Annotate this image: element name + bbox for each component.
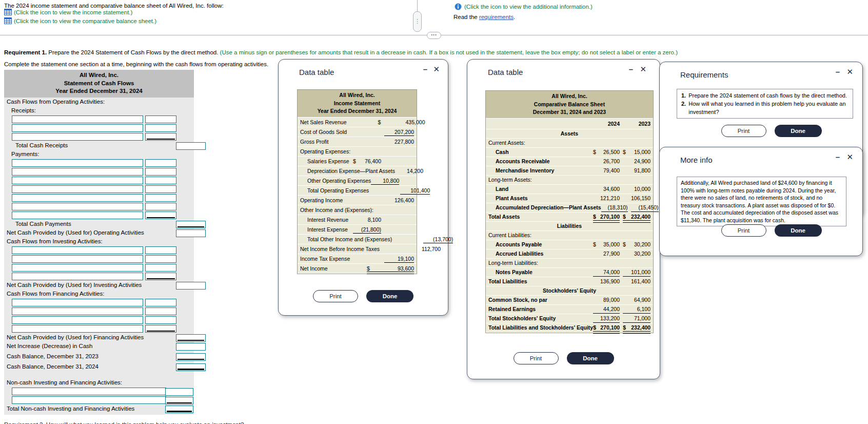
income-statement-link[interactable]: (Click the icon to view the income state… — [14, 9, 132, 15]
payment-amount-5[interactable] — [145, 194, 176, 202]
total-noncash-input[interactable] — [165, 406, 193, 413]
net-operating-input[interactable] — [176, 229, 206, 237]
payment-label-select-6[interactable] — [12, 203, 143, 210]
payment-amount-4[interactable] — [145, 185, 176, 193]
investing-amount-2[interactable] — [145, 255, 176, 263]
read-requirements-line: Read the requirements. — [453, 14, 515, 20]
payment-label-select-1[interactable] — [12, 159, 143, 167]
receipt-amount-1[interactable] — [145, 115, 176, 123]
financing-section-label: Cash Flows from Financing Activities: — [4, 290, 194, 298]
print-button[interactable]: Print — [313, 290, 358, 302]
payment-amount-6[interactable] — [145, 203, 176, 210]
done-button[interactable]: Done — [567, 352, 614, 364]
dialog-title: Requirements — [680, 70, 728, 79]
financing-amount-1[interactable] — [145, 299, 176, 306]
payment-label-select-2[interactable] — [12, 168, 143, 176]
minimize-icon[interactable]: – — [629, 65, 633, 74]
payment-row-4 — [4, 185, 194, 194]
noncash-amount-1[interactable] — [165, 388, 193, 396]
complete-instruction: Complete the statement one section at a … — [4, 61, 268, 67]
table-row: Accrued Liabilities27,90030,200 — [486, 249, 653, 259]
net-investing-row: Net Cash Provided by (Used for) Investin… — [4, 281, 194, 290]
minimize-icon[interactable]: – — [836, 152, 840, 162]
close-icon[interactable]: ✕ — [640, 65, 646, 74]
investing-amount-1[interactable] — [145, 246, 176, 254]
payment-amount-3[interactable] — [145, 177, 176, 184]
balance-sheet-link[interactable]: (Click the icon to view the comparative … — [14, 18, 156, 24]
net-increase-input[interactable] — [176, 343, 206, 351]
done-button[interactable]: Done — [775, 224, 822, 237]
noncash-label-select-1[interactable] — [12, 388, 166, 395]
table-row: Total Liabilities136,900161,400 — [486, 277, 653, 286]
print-button[interactable]: Print — [721, 224, 766, 237]
info-icon[interactable] — [455, 3, 462, 10]
noncash-label-select-2[interactable] — [12, 396, 166, 404]
financing-row-2 — [4, 307, 194, 316]
requirement-item: 2.How will what you learned in this prob… — [681, 100, 849, 116]
net-financing-input[interactable] — [176, 334, 206, 342]
financing-amount-4[interactable] — [145, 325, 176, 333]
payment-label-select-7[interactable] — [12, 211, 143, 219]
dialog-title: Data table — [299, 68, 334, 76]
table-row: Retained Earnings44,2006,100 — [486, 305, 653, 314]
financing-label-select-4[interactable] — [12, 325, 143, 333]
balance-table-icon[interactable] — [4, 17, 12, 24]
investing-label-select-2[interactable] — [12, 255, 143, 263]
investing-amount-4[interactable] — [145, 273, 176, 280]
minimize-icon[interactable]: – — [423, 65, 427, 74]
financing-label-select-1[interactable] — [12, 299, 143, 306]
close-icon[interactable]: ✕ — [846, 152, 853, 162]
payment-label-select-4[interactable] — [12, 185, 143, 193]
balance-table-header: All Wired, Inc.Comparative Balance Sheet… — [486, 91, 653, 119]
cash-balance-2024-input[interactable] — [176, 363, 206, 371]
print-button[interactable]: Print — [721, 125, 766, 137]
receipt-amount-3[interactable] — [145, 133, 176, 141]
vertical-divider-handle[interactable]: ⋮ — [413, 11, 422, 32]
print-button[interactable]: Print — [514, 352, 559, 364]
horizontal-divider-handle[interactable]: ••• — [427, 32, 441, 39]
noncash-amount-2[interactable] — [165, 397, 193, 404]
payment-amount-2[interactable] — [145, 168, 176, 176]
clipped-bottom-text: Requirement 2. How will what you learned… — [4, 421, 363, 424]
more-info-dialog: More info – ✕ Additionally, All Wired pu… — [659, 147, 863, 256]
financing-amount-2[interactable] — [145, 307, 176, 315]
receipt-row-3 — [4, 132, 194, 141]
total-payments-input[interactable] — [176, 221, 206, 228]
table-row: Accounts Payable$35,000$30,200 — [486, 240, 653, 249]
cash-balance-2023-row: Cash Balance, December 31, 2023 — [4, 352, 194, 361]
requirements-link[interactable]: requirements — [479, 14, 514, 20]
payment-row-3 — [4, 176, 194, 185]
receipt-label-select-1[interactable] — [12, 115, 143, 123]
table-row: Interest Revenue8,100 — [298, 215, 417, 225]
financing-amount-3[interactable] — [145, 316, 176, 324]
minimize-icon[interactable]: – — [836, 67, 840, 76]
total-receipts-input[interactable] — [176, 142, 206, 150]
net-investing-input[interactable] — [176, 282, 206, 290]
investing-label-select-4[interactable] — [12, 273, 143, 280]
financing-label-select-3[interactable] — [12, 316, 143, 324]
payment-amount-1[interactable] — [145, 159, 176, 167]
investing-label-select-1[interactable] — [12, 246, 143, 254]
table-row: Other Income and (Expenses): — [298, 205, 417, 215]
table-row: Total Liabilities and Stockholders' Equi… — [486, 323, 653, 333]
payment-amount-7[interactable] — [145, 211, 176, 219]
payment-label-select-3[interactable] — [12, 177, 143, 184]
intro-text: The 2024 income statement and comparativ… — [4, 3, 224, 9]
receipt-label-select-2[interactable] — [12, 124, 143, 132]
financing-label-select-2[interactable] — [12, 307, 143, 315]
investing-row-2 — [4, 255, 194, 263]
investing-label-select-3[interactable] — [12, 264, 143, 272]
operating-section-label: Cash Flows from Operating Activities: — [4, 98, 194, 106]
table-row: Plant Assets121,210106,150 — [486, 194, 653, 203]
income-table-icon[interactable] — [4, 9, 12, 15]
close-icon[interactable]: ✕ — [433, 65, 440, 74]
done-button[interactable]: Done — [366, 290, 413, 302]
close-icon[interactable]: ✕ — [846, 67, 853, 76]
receipt-amount-2[interactable] — [145, 124, 176, 132]
receipt-label-select-3[interactable] — [12, 133, 143, 141]
cash-balance-2023-input[interactable] — [176, 353, 206, 361]
additional-info-link[interactable]: (Click the icon to view the additional i… — [464, 4, 593, 10]
payment-label-select-5[interactable] — [12, 194, 143, 202]
done-button[interactable]: Done — [775, 125, 822, 137]
investing-amount-3[interactable] — [145, 264, 176, 272]
